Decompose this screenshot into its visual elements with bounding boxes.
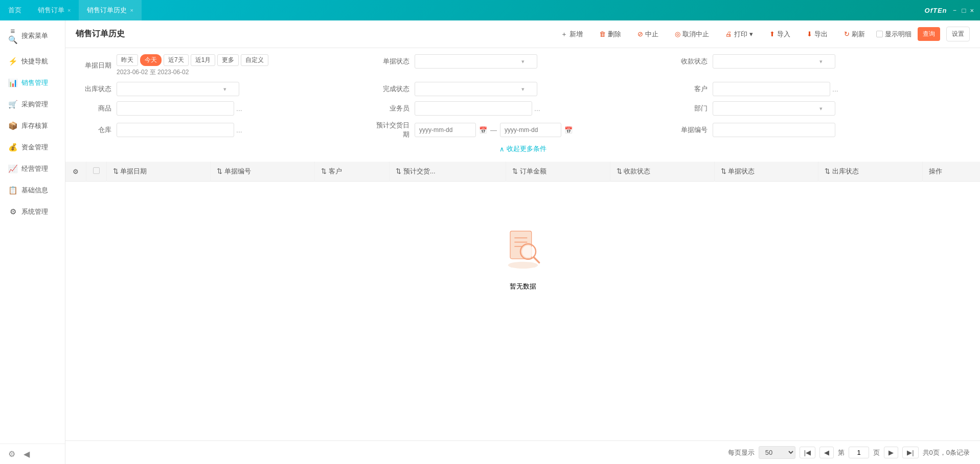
salesperson-input[interactable] (415, 101, 532, 116)
import-button[interactable]: ⬆ 导入 (764, 27, 795, 41)
tab-home[interactable]: 首页 (0, 0, 30, 20)
date-btn-yesterday[interactable]: 昨天 (117, 54, 138, 66)
customer-input[interactable] (713, 82, 830, 96)
sidebar-item-sys-mgmt-label: 系统管理 (21, 207, 48, 216)
window-minimize[interactable]: － (951, 6, 958, 15)
first-page-btn[interactable]: |◀ (800, 447, 815, 458)
settings-icon[interactable]: ⚙ (73, 168, 79, 175)
sidebar-item-inventory[interactable]: 📦 库存核算 (0, 115, 65, 137)
stop-button[interactable]: ⊘ 中止 (632, 27, 664, 41)
new-button[interactable]: ＋ 新增 (556, 27, 588, 41)
date-btn-1month[interactable]: 近1月 (191, 54, 216, 66)
finance-icon: 💰 (8, 143, 17, 152)
th-doc-status-label: ⇅ 单据状态 (721, 167, 755, 176)
customer-ellipsis-btn[interactable]: ... (830, 85, 840, 93)
display-toggle-checkbox[interactable] (876, 31, 883, 37)
sidebar-item-search-menu[interactable]: ≡🔍 搜索菜单 (0, 20, 65, 51)
th-delivery[interactable]: ⇅ 预计交货... (390, 162, 506, 182)
customer-filter-label: 客户 (672, 84, 713, 94)
warehouse-label: 仓库 (76, 125, 117, 135)
page-title: 销售订单历史 (76, 29, 125, 39)
last-page-btn[interactable]: ▶| (902, 447, 918, 458)
display-toggle-label: 显示明细 (885, 30, 911, 39)
date-btn-today[interactable]: 今天 (140, 54, 162, 66)
calendar-end-icon[interactable]: 📅 (564, 126, 573, 134)
doc-status-select[interactable]: ▾ (415, 54, 537, 69)
th-delivery-label: ⇅ 预计交货... (396, 167, 435, 176)
complete-select[interactable]: ▾ (415, 82, 537, 96)
refresh-button[interactable]: ↻ 刷新 (839, 27, 870, 41)
sidebar-bottom: ⚙ ◀ (0, 444, 65, 464)
sidebar-item-operations-label: 经营管理 (21, 164, 48, 173)
th-action-label: 操作 (929, 167, 942, 175)
calendar-start-icon[interactable]: 📅 (479, 126, 487, 134)
prev-page-btn[interactable]: ◀ (819, 447, 834, 458)
th-receipt-status[interactable]: ⇅ 收款状态 (610, 162, 714, 182)
doc-no-input[interactable] (713, 123, 835, 137)
th-amount[interactable]: ⇅ 订单金额 (506, 162, 610, 182)
sidebar-item-operations[interactable]: 📈 经营管理 (0, 158, 65, 180)
window-close[interactable]: × (970, 7, 974, 14)
th-outbound[interactable]: ⇅ 出库状态 (818, 162, 923, 182)
goods-input[interactable] (117, 101, 234, 116)
outbound-select[interactable]: ▾ (117, 82, 239, 96)
delivery-date-end[interactable] (500, 123, 561, 137)
th-checkbox[interactable] (86, 162, 106, 182)
th-doc-date[interactable]: ⇅ 单据日期 (106, 162, 211, 182)
print-button[interactable]: 🖨 打印 ▾ (720, 27, 758, 41)
th-action: 操作 (923, 162, 980, 182)
sidebar-item-finance[interactable]: 💰 资金管理 (0, 137, 65, 158)
date-btn-custom[interactable]: 自定义 (241, 54, 268, 66)
tab-sales-order-close[interactable]: × (67, 7, 71, 13)
delivery-date-start[interactable] (415, 123, 476, 137)
settings-button[interactable]: 设置 (946, 27, 970, 41)
cancel-stop-button[interactable]: ◎ 取消中止 (670, 27, 714, 41)
warehouse-input[interactable] (117, 123, 234, 137)
tab-sales-order[interactable]: 销售订单 × (30, 0, 79, 20)
goods-ellipsis-btn[interactable]: ... (234, 104, 244, 113)
window-maximize[interactable]: □ (962, 7, 966, 14)
display-toggle[interactable]: 显示明细 (876, 30, 911, 39)
dept-select[interactable]: ▾ (713, 101, 835, 116)
salesperson-ellipsis-btn[interactable]: ... (532, 104, 542, 113)
th-doc-no[interactable]: ⇅ 单据编号 (211, 162, 315, 182)
content-area: 销售订单历史 ＋ 新增 🗑 删除 ⊘ 中止 ◎ (65, 20, 980, 464)
date-btn-more[interactable]: 更多 (217, 54, 239, 66)
tab-sales-history[interactable]: 销售订单历史 × (79, 0, 141, 20)
doc-no-label: 单据编号 (672, 125, 713, 135)
export-button[interactable]: ⬇ 导出 (802, 27, 833, 41)
sidebar-settings-icon[interactable]: ⚙ (8, 449, 15, 459)
warehouse-ellipsis-btn[interactable]: ... (234, 126, 244, 134)
next-page-btn[interactable]: ▶ (884, 447, 898, 458)
date-btn-7days[interactable]: 近7天 (164, 54, 189, 66)
th-customer[interactable]: ⇅ 客户 (315, 162, 390, 182)
query-button[interactable]: 查询 (918, 27, 940, 41)
import-label: 导入 (777, 30, 790, 39)
collapse-filter-btn[interactable]: ∧ 收起更多条件 (76, 142, 970, 156)
select-all-checkbox[interactable] (93, 167, 100, 174)
print-icon: 🖨 (725, 30, 732, 38)
page-size-select[interactable]: 50 10 20 100 (759, 446, 795, 459)
sidebar-item-quick-nav-label: 快捷导航 (21, 57, 48, 66)
export-label: 导出 (814, 30, 828, 39)
svg-point-6 (522, 246, 534, 257)
sidebar-collapse-icon[interactable]: ◀ (24, 449, 30, 459)
sidebar-item-sys-mgmt[interactable]: ⚙ 系统管理 (0, 201, 65, 223)
print-label: 打印 (734, 30, 747, 39)
delete-button[interactable]: 🗑 删除 (594, 27, 626, 41)
doc-status-arrow-icon: ▾ (521, 58, 525, 65)
outbound-arrow-icon: ▾ (223, 86, 226, 93)
dept-label: 部门 (672, 104, 713, 113)
tab-sales-history-close[interactable]: × (130, 7, 133, 13)
sidebar-item-quick-nav[interactable]: ⚡ 快捷导航 (0, 51, 65, 72)
sidebar-item-sales-mgmt[interactable]: 📊 销售管理 (0, 72, 65, 94)
page-number-input[interactable] (849, 447, 869, 458)
th-settings[interactable]: ⚙ (65, 162, 86, 182)
filter-area: 单据日期 昨天 今天 近7天 近1月 更多 自定义 2023-06-02 至 2… (65, 48, 980, 162)
th-doc-status[interactable]: ⇅ 单据状态 (714, 162, 818, 182)
sidebar-item-basic-info[interactable]: 📋 基础信息 (0, 180, 65, 201)
th-doc-no-label: ⇅ 单据编号 (217, 167, 251, 176)
receipt-status-select[interactable]: ▾ (713, 54, 835, 69)
sidebar-item-purchase-mgmt[interactable]: 🛒 采购管理 (0, 94, 65, 115)
basic-info-icon: 📋 (8, 186, 17, 195)
